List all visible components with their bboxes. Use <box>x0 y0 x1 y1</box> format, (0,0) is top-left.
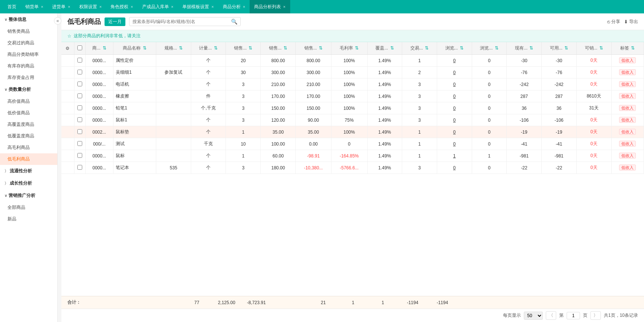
col-settings[interactable]: ⚙ <box>61 42 74 55</box>
sidebar-item-traded-products[interactable]: 交易过的商品 <box>0 37 57 49</box>
col-sales-qty[interactable]: 销售... ⇅ <box>226 42 261 55</box>
nav-close-icon[interactable]: × <box>41 4 43 9</box>
row-checkbox[interactable] <box>77 70 82 74</box>
nav-close-icon[interactable]: × <box>99 4 102 9</box>
nav-role-auth[interactable]: 角色授权 × <box>106 0 137 13</box>
cell-views1[interactable]: 1 <box>437 150 472 162</box>
current-page-input[interactable]: 1 <box>567 312 580 319</box>
nav-home[interactable]: 首页 <box>3 0 21 13</box>
cell-views1[interactable]: 0 <box>437 126 472 138</box>
col-available-stock[interactable]: 可用... ⇅ <box>542 42 577 55</box>
nav-close-icon[interactable]: × <box>131 4 133 9</box>
cell-check[interactable] <box>74 102 85 114</box>
col-gross-margin[interactable]: 毛利率 ⇅ <box>331 42 367 55</box>
sidebar-item-sales-products[interactable]: 销售类商品 <box>0 26 57 37</box>
sidebar-group-overview[interactable]: ∨ 整体信息 <box>0 13 57 26</box>
row-checkbox[interactable] <box>77 93 82 98</box>
nav-permission-settings[interactable]: 权限设置 × <box>75 0 106 13</box>
page-size-select[interactable]: 50 100 200 <box>524 312 543 320</box>
cell-views1[interactable]: 0 <box>437 79 472 90</box>
row-checkbox[interactable] <box>77 129 82 134</box>
sidebar-group-growth[interactable]: 〉 成长性分析 <box>0 177 57 189</box>
col-unit[interactable]: 计量... ⇅ <box>191 42 226 55</box>
share-button[interactable]: ⎋ 分享 <box>607 19 620 25</box>
sidebar-group-liquidity[interactable]: 〉 流通性分析 <box>0 165 57 177</box>
col-sales-profit[interactable]: 销售... ⇅ <box>295 42 331 55</box>
nav-close-icon[interactable]: × <box>243 4 245 9</box>
sidebar-item-stocked-products[interactable]: 有库存的商品 <box>0 60 57 72</box>
sidebar-item-capital-usage[interactable]: 库存资金占用 <box>0 72 57 83</box>
prev-page-button[interactable]: 〈 <box>546 311 556 320</box>
filter-recent-month-button[interactable]: 近一月 <box>105 17 125 26</box>
views1-link[interactable]: 0 <box>453 58 456 63</box>
cell-check[interactable] <box>74 55 85 67</box>
nav-close-icon[interactable]: × <box>171 4 173 9</box>
views1-link[interactable]: 0 <box>453 130 456 135</box>
cell-check[interactable] <box>74 126 85 138</box>
cell-views1[interactable]: 0 <box>437 138 472 150</box>
cell-check[interactable] <box>74 114 85 126</box>
cell-views1[interactable]: 0 <box>437 102 472 114</box>
views1-link[interactable]: 0 <box>453 106 456 111</box>
sidebar-group-quantity-analysis[interactable]: ∨ 类数量分析 <box>0 83 57 96</box>
row-checkbox[interactable] <box>77 82 82 86</box>
nav-product-warehousing[interactable]: 产成品入库单 × <box>138 0 178 13</box>
col-coverage[interactable]: 覆盖... ⇅ <box>367 42 402 55</box>
nav-close-icon[interactable]: × <box>211 4 214 9</box>
sidebar-item-high-value[interactable]: 高价值商品 <box>0 96 57 107</box>
col-name[interactable]: 商品名称 ⇅ <box>113 42 156 55</box>
sidebar-group-marketing[interactable]: ∨ 营销推广分析 <box>0 189 57 202</box>
sidebar-item-all-products[interactable]: 全部商品 <box>0 202 57 213</box>
sidebar-item-low-coverage[interactable]: 低覆盖度商品 <box>0 130 57 142</box>
sidebar-collapse-button[interactable]: « <box>54 17 61 25</box>
row-checkbox[interactable] <box>77 165 82 170</box>
search-input[interactable] <box>132 19 230 24</box>
cell-check[interactable] <box>74 150 85 162</box>
views1-link[interactable]: 0 <box>453 165 456 170</box>
col-views2[interactable]: 浏览... ⇅ <box>472 42 507 55</box>
views1-link[interactable]: 0 <box>453 141 456 147</box>
views1-link[interactable]: 0 <box>453 94 456 99</box>
col-current-stock[interactable]: 现有... ⇅ <box>507 42 542 55</box>
sidebar-item-category-rate[interactable]: 商品分类助销率 <box>0 49 57 60</box>
nav-purchase-order[interactable]: 进货单 × <box>48 0 74 13</box>
nav-sales-order[interactable]: 销货单 × <box>21 0 48 13</box>
cell-check[interactable] <box>74 162 85 174</box>
cell-views1[interactable]: 0 <box>437 55 472 67</box>
nav-product-analysis[interactable]: 商品分析 × <box>218 0 250 13</box>
col-spec[interactable]: 规格... ⇅ <box>156 42 191 55</box>
sidebar-item-low-value[interactable]: 低价值商品 <box>0 107 57 119</box>
col-trade-count[interactable]: 交易... ⇅ <box>402 42 437 55</box>
cell-check[interactable] <box>74 67 85 79</box>
nav-product-analysis-list[interactable]: 商品分析列表 × <box>250 0 290 13</box>
row-checkbox[interactable] <box>77 105 82 110</box>
next-page-button[interactable]: 〉 <box>590 311 601 320</box>
sidebar-item-low-margin[interactable]: 低毛利商品 <box>0 153 57 165</box>
sidebar-item-high-coverage[interactable]: 高覆盖度商品 <box>0 119 57 130</box>
nav-close-icon[interactable]: × <box>68 4 70 9</box>
col-code[interactable]: 商... ⇅ <box>85 42 113 55</box>
nav-template-settings[interactable]: 单据模板设置 × <box>178 0 218 13</box>
views1-link[interactable]: 0 <box>453 70 456 75</box>
col-views1[interactable]: 浏览... ⇅ <box>437 42 472 55</box>
col-tag[interactable]: 标签 ⇅ <box>611 42 644 55</box>
row-checkbox[interactable] <box>77 117 82 122</box>
col-check[interactable] <box>74 42 85 55</box>
cell-check[interactable] <box>74 79 85 90</box>
row-checkbox[interactable] <box>77 141 82 146</box>
views1-link[interactable]: 0 <box>453 118 456 123</box>
cell-check[interactable] <box>74 138 85 150</box>
export-button[interactable]: ⬇ 导出 <box>624 19 638 25</box>
views1-link[interactable]: 1 <box>453 153 456 159</box>
cell-views1[interactable]: 0 <box>437 162 472 174</box>
sidebar-item-new-products[interactable]: 新品 <box>0 213 57 225</box>
cell-views1[interactable]: 0 <box>437 114 472 126</box>
col-sellable-days[interactable]: 可销... ⇅ <box>576 42 611 55</box>
search-icon[interactable]: 🔍 <box>231 19 237 25</box>
cell-check[interactable] <box>74 90 85 102</box>
cell-views1[interactable]: 0 <box>437 67 472 79</box>
views1-link[interactable]: 0 <box>453 82 456 87</box>
sidebar-item-high-margin[interactable]: 高毛利商品 <box>0 142 57 153</box>
col-sales-amount[interactable]: 销售... ⇅ <box>261 42 296 55</box>
nav-close-icon-active[interactable]: × <box>283 4 285 9</box>
